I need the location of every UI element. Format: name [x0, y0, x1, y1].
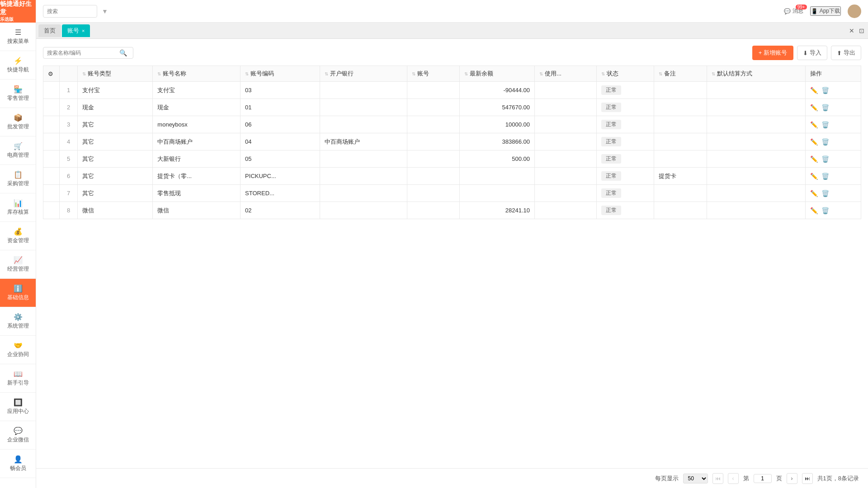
app-title: 畅捷通好生意	[0, 0, 36, 16]
row-account	[407, 99, 459, 116]
sidebar-item-company-agreement[interactable]: 🤝 企业协同	[0, 336, 36, 364]
col-type[interactable]: ⇅账号类型	[78, 66, 153, 82]
table-row: 7 其它 零售抵现 STORED... 正常 ✏️ 🗑️	[43, 185, 861, 202]
sidebar-item-search-menu[interactable]: ☰ 搜索菜单	[0, 23, 36, 51]
per-page-select[interactable]: 50 20 100	[683, 474, 708, 483]
search-input[interactable]	[47, 50, 119, 56]
delete-icon[interactable]: 🗑️	[821, 121, 829, 128]
topbar: ▼ 💬 消息 99+ 📱 App下载	[36, 0, 868, 23]
row-index: 3	[60, 116, 78, 133]
basic-info-icon: ℹ️	[2, 284, 33, 293]
edit-icon[interactable]: ✏️	[810, 173, 818, 180]
col-usage[interactable]: ⇅使用...	[535, 66, 597, 82]
page-input[interactable]	[754, 474, 772, 483]
row-actions: ✏️ 🗑️	[805, 116, 861, 133]
sidebar-item-capital-mgmt[interactable]: 💰 资金管理	[0, 222, 36, 250]
message-button[interactable]: 💬 消息 99+	[784, 7, 803, 15]
import-button[interactable]: ⬇ 导入	[797, 46, 827, 60]
add-account-button[interactable]: + 新增账号	[752, 46, 793, 60]
page-next-button[interactable]: ›	[787, 473, 797, 484]
col-name[interactable]: ⇅账号名称	[153, 66, 241, 82]
edit-icon[interactable]: ✏️	[810, 207, 818, 214]
topbar-dropdown-icon[interactable]: ▼	[102, 8, 108, 15]
topbar-search-input[interactable]	[43, 5, 97, 18]
page-last-button[interactable]: ⏭	[802, 473, 813, 484]
page-first-button[interactable]: ⏮	[712, 473, 723, 484]
col-notes[interactable]: ⇅备注	[654, 66, 707, 82]
search-icon[interactable]: 🔍	[119, 49, 127, 56]
sidebar-item-member[interactable]: 👤 畅会员	[0, 450, 36, 478]
row-name: 中百商场账户	[153, 133, 241, 150]
search-menu-icon: ☰	[2, 28, 33, 37]
col-status[interactable]: ⇅状态	[596, 66, 654, 82]
tab-home[interactable]: 首页	[38, 24, 61, 37]
search-container: 🔍	[43, 47, 133, 59]
delete-icon[interactable]: 🗑️	[821, 87, 829, 94]
sidebar-item-app-center[interactable]: 🔲 应用中心	[0, 393, 36, 421]
row-bank	[320, 82, 407, 99]
system-icon: ⚙️	[2, 313, 33, 321]
row-default-settlement	[707, 133, 805, 150]
row-type: 其它	[78, 133, 153, 150]
tab-close-icon[interactable]: ×	[82, 28, 85, 33]
col-balance[interactable]: ⇅最新余额	[459, 66, 534, 82]
row-usage	[535, 99, 597, 116]
delete-icon[interactable]: 🗑️	[821, 138, 829, 145]
edit-icon[interactable]: ✏️	[810, 190, 818, 197]
sidebar-item-quick-nav[interactable]: ⚡ 快捷导航	[0, 51, 36, 80]
delete-icon[interactable]: 🗑️	[821, 190, 829, 197]
row-default-settlement	[707, 116, 805, 133]
row-code: 01	[241, 99, 320, 116]
sidebar-item-operations[interactable]: 📈 经营管理	[0, 250, 36, 279]
col-account[interactable]: ⇅账号	[407, 66, 459, 82]
delete-icon[interactable]: 🗑️	[821, 173, 829, 180]
main-area: 首页 账号 × ✕ ⊡ 🔍 + 新增账号 ⬇ 导入 ⬆	[36, 23, 868, 488]
edit-icon[interactable]: ✏️	[810, 138, 818, 145]
row-code: 02	[241, 202, 320, 219]
row-settings-cell	[43, 82, 60, 99]
sidebar-item-purchase-mgmt[interactable]: 📋 采购管理	[0, 165, 36, 193]
col-code[interactable]: ⇅账号编码	[241, 66, 320, 82]
export-button[interactable]: ⬆ 导出	[831, 46, 861, 60]
window-close-button[interactable]: ✕	[848, 27, 856, 35]
window-maximize-button[interactable]: ⊡	[858, 27, 866, 35]
wechat-icon: 💬	[2, 427, 33, 435]
row-notes	[654, 150, 707, 168]
page-prev-button[interactable]: ‹	[728, 473, 739, 484]
delete-icon[interactable]: 🗑️	[821, 104, 829, 111]
edit-icon[interactable]: ✏️	[810, 87, 818, 94]
sidebar-item-wholesale-mgmt[interactable]: 📦 批发管理	[0, 108, 36, 136]
guide-icon: 📖	[2, 370, 33, 378]
sidebar-item-system-mgmt[interactable]: ⚙️ 系统管理	[0, 307, 36, 336]
avatar[interactable]	[848, 5, 861, 18]
table-row: 1 支付宝 支付宝 03 -90444.00 正常 ✏️ 🗑️	[43, 82, 861, 99]
row-notes	[654, 185, 707, 202]
row-status: 正常	[596, 202, 654, 219]
col-default-settlement[interactable]: ⇅默认结算方式	[707, 66, 805, 82]
row-index: 6	[60, 168, 78, 185]
sidebar-item-inventory[interactable]: 📊 库存核算	[0, 193, 36, 222]
row-account	[407, 82, 459, 99]
row-index: 8	[60, 202, 78, 219]
col-settings[interactable]: ⚙	[43, 66, 60, 82]
delete-icon[interactable]: 🗑️	[821, 207, 829, 214]
row-usage	[535, 185, 597, 202]
sidebar-item-basic-info[interactable]: ℹ️ 基础信息	[0, 279, 36, 307]
per-page-label: 每页显示	[655, 474, 679, 483]
app-logo: 畅捷通好生意 乐选版	[0, 0, 36, 23]
topbar-left: ▼	[43, 5, 108, 18]
sidebar-item-ecommerce-mgmt[interactable]: 🛒 电商管理	[0, 136, 36, 165]
row-usage	[535, 82, 597, 99]
tab-bar: 首页 账号 × ✕ ⊡	[36, 23, 868, 39]
sidebar-item-enterprise-wechat[interactable]: 💬 企业微信	[0, 421, 36, 450]
edit-icon[interactable]: ✏️	[810, 121, 818, 128]
tab-account[interactable]: 账号 ×	[62, 24, 90, 37]
col-bank[interactable]: ⇅开户银行	[320, 66, 407, 82]
edit-icon[interactable]: ✏️	[810, 104, 818, 111]
sidebar-item-retail-mgmt[interactable]: 🏪 零售管理	[0, 80, 36, 108]
app-download-button[interactable]: 📱 App下载	[810, 6, 841, 16]
edit-icon[interactable]: ✏️	[810, 155, 818, 163]
delete-icon[interactable]: 🗑️	[821, 155, 829, 163]
sidebar-item-beginner-guide[interactable]: 📖 新手引导	[0, 364, 36, 393]
row-balance: 10000.00	[459, 116, 534, 133]
